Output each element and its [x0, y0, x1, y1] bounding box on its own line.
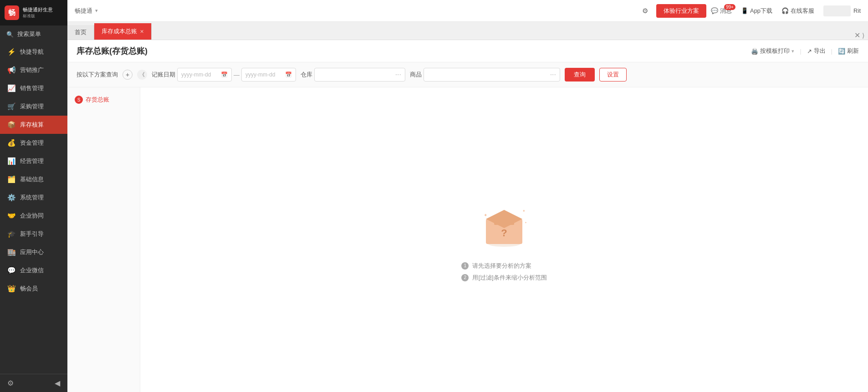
search-menu[interactable]: 🔍 搜索菜单 [0, 25, 67, 43]
empty-state: ? ✦ ✦ ✦ 1 请先选择要分析的方案 2 用[过滤]条件来缩小分析范围 [140, 87, 868, 392]
sidebar-item-system[interactable]: ⚙️ 系统管理 [0, 188, 67, 207]
phone-icon: 📱 [741, 7, 748, 14]
sidebar-item-member[interactable]: 👑 畅会员 [0, 280, 67, 298]
svg-text:✦: ✦ [522, 209, 526, 213]
sidebar-item-marketing[interactable]: 📢 营销推广 [0, 61, 67, 79]
filter-add-btn[interactable]: + [123, 70, 133, 80]
quick-nav-icon: ⚡ [7, 48, 15, 56]
content-wrapper: S 存货总账 ? [67, 87, 868, 392]
print-template-btn[interactable]: 🖨️ 按模板打印 ▾ [751, 47, 794, 55]
message-icon: 💬 [711, 7, 718, 14]
user-area[interactable]: Rit [823, 5, 861, 16]
logo-icon: 畅 [5, 5, 19, 20]
operations-icon: 📊 [7, 157, 15, 165]
sidebar-item-company[interactable]: 🤝 企业协同 [0, 207, 67, 225]
export-btn[interactable]: ↗ 导出 [807, 47, 826, 55]
online-service-btn[interactable]: 🎧 在线客服 [781, 7, 814, 15]
warehouse-input[interactable]: ··· [314, 68, 405, 81]
top-header: 畅捷通 ▾ ⚙ 体验行业方案 💬 消息 99+ 📱 App下载 🎧 在线客服 R… [67, 0, 868, 22]
page-header: 库存总账(存货总账) 🖨️ 按模板打印 ▾ | ↗ 导出 | 🔄 刷新 [67, 40, 868, 62]
empty-illustration: ? ✦ ✦ ✦ [477, 196, 531, 251]
logo-text: 畅捷通好生意 标准版 [23, 6, 53, 19]
date-from-input[interactable]: yyyy-mm-dd 📅 [177, 68, 232, 81]
scheme-item-inventory[interactable]: S 存货总账 [67, 92, 140, 107]
breadcrumb-chevron-icon[interactable]: ▾ [95, 8, 98, 14]
query-button[interactable]: 查询 [565, 68, 595, 81]
svg-text:✦: ✦ [484, 213, 487, 218]
date-label: 记账日期 [152, 71, 175, 79]
sidebar-item-finance[interactable]: 💰 资金管理 [0, 134, 67, 152]
collapse-icon[interactable]: ◀ [55, 379, 60, 387]
company-icon: 🤝 [7, 212, 15, 220]
sidebar: 畅 畅捷通好生意 标准版 🔍 搜索菜单 ⚡ 快捷导航 📢 营销推广 📈 销售管理… [0, 0, 67, 392]
tip-num-1: 1 [461, 262, 469, 270]
basic-icon: 🗂️ [7, 175, 15, 183]
filter-collapse-btn[interactable]: 《 [137, 70, 147, 80]
calendar-to-icon: 📅 [285, 71, 292, 78]
date-to-input[interactable]: yyyy-mm-dd 📅 [241, 68, 296, 81]
sidebar-nav: ⚡ 快捷导航 📢 营销推广 📈 销售管理 🛒 采购管理 📦 库存核算 💰 资金管… [0, 43, 67, 374]
wechat-icon: 💬 [7, 266, 15, 275]
sidebar-item-newbie[interactable]: 🎓 新手引导 [0, 225, 67, 243]
finance-icon: 💰 [7, 139, 15, 147]
sidebar-item-sales[interactable]: 📈 销售管理 [0, 79, 67, 97]
sidebar-item-quick-nav[interactable]: ⚡ 快捷导航 [0, 43, 67, 61]
username: Rit [853, 7, 861, 14]
warehouse-more-icon[interactable]: ··· [395, 71, 401, 79]
tab-close-icon[interactable]: ✕ [140, 29, 144, 35]
newbie-icon: 🎓 [7, 230, 15, 238]
tip-text-2: 用[过滤]条件来缩小分析范围 [472, 272, 546, 284]
product-input[interactable]: ··· [424, 68, 560, 81]
product-more-icon[interactable]: ··· [550, 71, 556, 79]
scheme-icon: S [75, 96, 83, 104]
sidebar-item-purchase[interactable]: 🛒 采购管理 [0, 97, 67, 116]
scheme-sidebar: S 存货总账 [67, 87, 140, 392]
svg-rect-3 [494, 221, 514, 225]
app-logo: 畅 畅捷通好生意 标准版 [0, 0, 67, 25]
tab-bar: 首页 库存成本总账 ✕ ✕ ⟩ [67, 22, 868, 40]
tip-num-2: 2 [461, 274, 469, 281]
message-badge: 99+ [724, 4, 735, 10]
tip-text-1: 请先选择要分析的方案 [472, 260, 531, 272]
page-title: 库存总账(存货总账) [77, 46, 148, 56]
search-icon: 🔍 [6, 31, 14, 38]
tab-panel-close-icon[interactable]: ✕ [854, 31, 860, 40]
product-filter-group: 商品 ··· [410, 68, 560, 81]
page-actions: 🖨️ 按模板打印 ▾ | ↗ 导出 | 🔄 刷新 [751, 47, 859, 55]
warehouse-filter-group: 仓库 ··· [301, 68, 405, 81]
tab-inventory-cost[interactable]: 库存成本总账 ✕ [94, 23, 152, 40]
system-icon: ⚙️ [7, 193, 15, 202]
export-icon: ↗ [807, 48, 812, 55]
header-right: 💬 消息 99+ 📱 App下载 🎧 在线客服 Rit [711, 5, 861, 16]
print-dropdown-icon[interactable]: ▾ [791, 48, 794, 54]
empty-tips: 1 请先选择要分析的方案 2 用[过滤]条件来缩小分析范围 [461, 260, 546, 284]
breadcrumb: 畅捷通 ▾ [75, 7, 634, 15]
app-download-btn[interactable]: 📱 App下载 [741, 7, 772, 15]
sidebar-item-inventory[interactable]: 📦 库存核算 [0, 116, 67, 134]
filter-label: 按以下方案查询 [77, 71, 118, 79]
svg-text:?: ? [501, 227, 507, 239]
sidebar-item-wechat[interactable]: 💬 企业微信 [0, 261, 67, 280]
breadcrumb-text: 畅捷通 [75, 7, 92, 15]
member-icon: 👑 [7, 285, 15, 293]
message-btn[interactable]: 💬 消息 99+ [711, 7, 732, 15]
main-area: 畅捷通 ▾ ⚙ 体验行业方案 💬 消息 99+ 📱 App下载 🎧 在线客服 R… [67, 0, 868, 392]
settings-footer-icon[interactable]: ⚙ [7, 379, 14, 387]
filter-bar: 按以下方案查询 + 《 记账日期 yyyy-mm-dd 📅 — yyyy-mm-… [67, 62, 868, 87]
tip-item-2: 2 用[过滤]条件来缩小分析范围 [461, 272, 546, 284]
refresh-btn[interactable]: 🔄 刷新 [838, 47, 859, 55]
headset-icon: 🎧 [781, 7, 789, 14]
tab-panel-expand-icon[interactable]: ⟩ [862, 32, 864, 39]
warehouse-label: 仓库 [301, 71, 312, 79]
gear-button[interactable]: ⚙ [639, 5, 652, 17]
marketing-icon: 📢 [7, 66, 15, 74]
industry-btn[interactable]: 体验行业方案 [656, 4, 706, 18]
refresh-icon: 🔄 [838, 48, 845, 55]
tab-home[interactable]: 首页 [67, 25, 94, 40]
sidebar-item-operations[interactable]: 📊 经营管理 [0, 152, 67, 170]
sidebar-item-appstore[interactable]: 🏬 应用中心 [0, 243, 67, 261]
purchase-icon: 🛒 [7, 102, 15, 111]
date-filter-group: 记账日期 yyyy-mm-dd 📅 — yyyy-mm-dd 📅 [152, 68, 296, 81]
setting-button[interactable]: 设置 [599, 68, 627, 81]
sidebar-item-basic[interactable]: 🗂️ 基础信息 [0, 170, 67, 188]
